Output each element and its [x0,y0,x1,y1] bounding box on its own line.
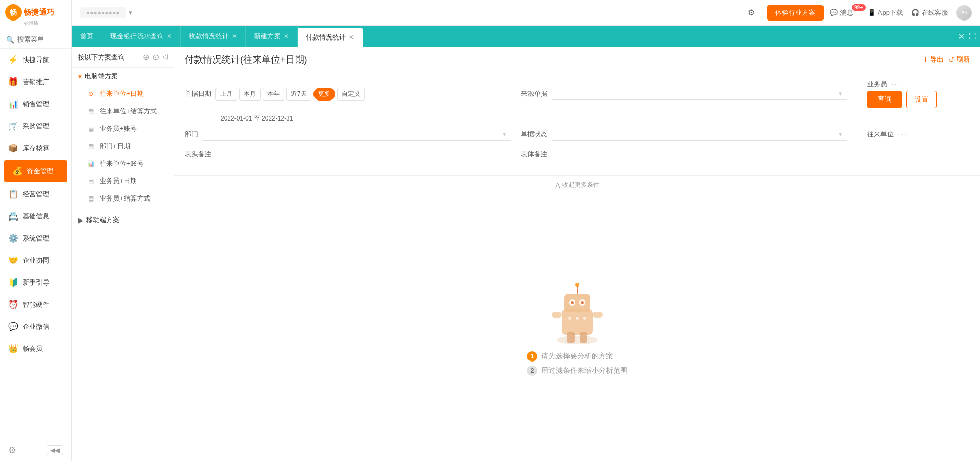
sidebar-item-inventory[interactable]: 📦 库存核算 [0,137,71,159]
tab-payment-stats[interactable]: 付款情况统计 ✕ [298,28,363,47]
empty-state: 1 请先选择要分析的方案 2 用过滤条件来缩小分析范围 [174,193,980,461]
settings-gear-icon[interactable]: ⚙ [8,445,16,456]
bill-status-filter-col: 单据状态 ▾ [521,128,857,141]
scheme-item-dept-date[interactable]: ▤ 部门+日期 [72,137,174,155]
sidebar-item-system[interactable]: ⚙️ 系统管理 [0,227,71,249]
sidebar-item-finance[interactable]: 💰 资金管理 [4,160,67,182]
sidebar-item-member[interactable]: 👑 畅会员 [0,337,71,359]
svg-rect-11 [552,312,562,318]
date-btn-7days[interactable]: 近7天 [286,88,311,101]
scheme-item-salesman-settle[interactable]: ▤ 业务员+结算方式 [72,190,174,207]
date-btn-custom[interactable]: 自定义 [337,88,365,101]
address-text: ●●●●●●●●● [80,7,126,18]
topbar: ●●●●●●●●● ▾ ⚙ 体验行业方案 💬 消息 99+ 📱 App下载 🎧 … [72,0,980,26]
scheme-item-counterpart-date[interactable]: ⊙ 往来单位+日期 [72,85,174,103]
sidebar-item-hardware[interactable]: ⏰ 智能硬件 [0,293,71,315]
svg-rect-14 [580,332,587,343]
logo-area: 畅 畅捷通巧 标准版 [0,0,71,31]
content-area: 按以下方案查询 ⊕ ⊙ ◁ ▾ 电脑端方案 ⊙ 往来单位+日期 ▤ 往来单位+结… [72,47,980,461]
mobile-scheme-section[interactable]: ▶ 移动端方案 [72,211,174,229]
sidebar-collapse-btn[interactable]: ◀◀ [47,445,63,455]
sidebar-item-label: 智能硬件 [23,300,49,309]
bill-status-select[interactable]: ▾ [552,128,847,141]
header-note-label: 表头备注 [185,150,211,159]
sidebar-item-purchase[interactable]: 🛒 采购管理 [0,115,71,137]
sidebar-item-sales[interactable]: 📊 销售管理 [0,93,71,115]
date-btn-more[interactable]: 更多 [313,88,335,101]
scheme-collapse-btn[interactable]: ◁ [162,52,168,62]
scheme-item-label: 业务员+日期 [100,176,137,186]
tab-maximize-btn[interactable]: ⛶ [969,32,976,41]
export-btn[interactable]: ⤓ 导出 [923,55,944,64]
filter-row-2: 部门 ▾ 单据状态 ▾ 往来单位 [185,128,970,141]
tab-payment-stats-close[interactable]: ✕ [349,34,354,41]
dept-filter-col: 部门 ▾ [185,128,521,141]
sidebar-item-wechat[interactable]: 💬 企业微信 [0,315,71,337]
search-icon: 🔍 [6,36,14,44]
date-btn-last-month[interactable]: 上月 [215,88,237,101]
online-service[interactable]: 🎧 在线客服 [911,8,948,17]
payment-stats-label: 付款情况统计 [306,33,346,42]
scheme-item-salesman-date[interactable]: ▤ 业务员+日期 [72,172,174,190]
body-note-col: 表体备注 [521,147,857,162]
tab-collection-stats-close[interactable]: ✕ [232,33,237,40]
collapse-bar[interactable]: ⋀ 收起更多条件 [174,176,980,193]
refresh-btn[interactable]: ↺ 刷新 [949,55,970,64]
tab-home[interactable]: 首页 [72,26,102,47]
scheme-settings-btn[interactable]: ⊙ [152,52,159,62]
body-note-input[interactable] [552,147,847,162]
counterpart-dots-btn[interactable]: ··· [898,130,908,139]
scheme-header-text: 按以下方案查询 [78,53,125,62]
sidebar-item-guide[interactable]: 🔰 新手引导 [0,271,71,293]
sidebar-item-label: 快捷导航 [23,55,49,65]
svg-point-2 [557,336,598,344]
logo-edition: 标准版 [24,19,39,27]
scheme-item-counterpart-settle[interactable]: ▤ 往来单位+结算方式 [72,103,174,120]
quick-nav-icon: ⚡ [8,55,18,65]
query-btn[interactable]: 查询 [867,91,902,108]
sidebar-search[interactable]: 🔍 搜索菜单 [0,31,71,49]
source-select[interactable]: ▾ [552,88,847,100]
address-dropdown-icon[interactable]: ▾ [129,9,132,16]
table-icon-5: ▤ [86,194,95,203]
sidebar-item-operations[interactable]: 📋 经营管理 [0,183,71,205]
messages-label: 消息 [840,8,853,17]
desktop-scheme-section[interactable]: ▾ 电脑端方案 [72,68,174,85]
scheme-item-salesman-account[interactable]: ▤ 业务员+账号 [72,120,174,137]
bill-status-label: 单据状态 [521,130,547,139]
refresh-icon: ↺ [949,56,954,64]
date-options: 上月 本月 本年 近7天 更多 自定义 [215,88,365,101]
add-scheme-btn[interactable]: ⊕ [143,52,149,62]
header-note-input[interactable] [215,147,511,162]
sidebar-item-marketing[interactable]: 🎁 营销推广 [0,71,71,93]
date-btn-this-year[interactable]: 本年 [263,88,284,101]
salesman-dots-btn[interactable]: ··· [891,79,901,89]
scheme-item-label: 部门+日期 [100,142,130,151]
messages-badge[interactable]: 💬 消息 99+ [830,8,859,17]
scheme-item-counterpart-account[interactable]: 📊 往来单位+账号 [72,155,174,172]
user-avatar[interactable]: Rit [956,5,972,21]
trial-btn[interactable]: 体验行业方案 [767,5,824,21]
dept-select[interactable]: ▾ [202,128,511,141]
tab-close-all-btn[interactable]: ✕ [958,32,965,42]
tab-new-scheme-close[interactable]: ✕ [284,33,289,40]
sidebar-item-quick-nav[interactable]: ⚡ 快捷导航 [0,49,71,71]
sidebar-item-enterprise[interactable]: 🤝 企业协同 [0,249,71,271]
tab-new-scheme[interactable]: 新建方案 ✕ [246,26,298,47]
table-icon-4: ▤ [86,176,95,186]
radio-icon: ⊙ [86,89,95,98]
search-label: 搜索菜单 [17,35,44,44]
marketing-icon: 🎁 [8,77,18,87]
tab-collection-stats[interactable]: 收款情况统计 ✕ [181,26,246,47]
tab-bank-flow-close[interactable]: ✕ [167,33,172,40]
avatar-text: Rit [962,10,967,15]
tab-bank-flow[interactable]: 现金银行流水查询 ✕ [102,26,181,47]
sidebar-item-basic-info[interactable]: 📇 基础信息 [0,205,71,227]
scheme-item-label: 往来单位+日期 [100,89,144,98]
date-btn-this-month[interactable]: 本月 [239,88,261,101]
tabbar-actions: ✕ ⛶ [958,32,980,42]
purchase-icon: 🛒 [8,121,18,131]
app-download[interactable]: 📱 App下载 [868,8,903,17]
settings-btn[interactable]: ⚙ [741,6,761,19]
setting-btn[interactable]: 设置 [906,91,937,108]
